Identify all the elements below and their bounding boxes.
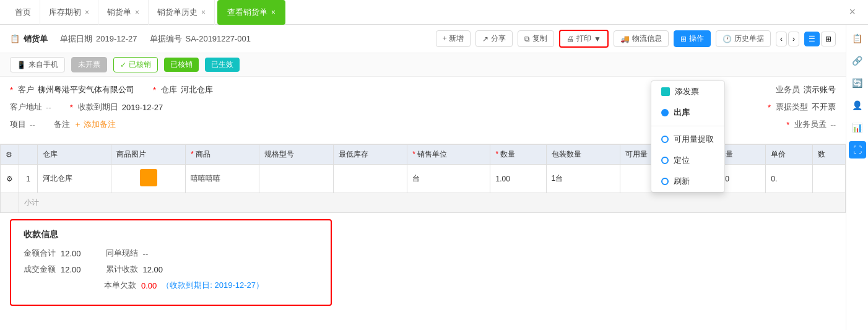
row-num: 1 — [19, 165, 38, 193]
staff-label: 业务员 — [776, 84, 800, 95]
tab-check-label: 查看销货单 — [227, 7, 267, 18]
th-warehouse: 仓库 — [38, 145, 111, 165]
dropdown-divider — [651, 126, 724, 126]
tab-sales-close[interactable]: × — [135, 8, 139, 17]
th-pkg: 包装数量 — [546, 145, 620, 165]
dropdown-out-warehouse[interactable]: 出库 — [651, 102, 724, 123]
add-button[interactable]: + 新增 — [436, 30, 471, 47]
cumulative-value: 12.00 — [143, 265, 163, 274]
due-date-field: * 收款到期日 2019-12-27 — [70, 102, 163, 113]
history-button[interactable]: 🕐 历史单据 — [716, 30, 771, 47]
dropdown-refresh[interactable]: 刷新 — [651, 171, 724, 192]
history-icon: 🕐 — [723, 35, 732, 43]
row-spec — [259, 165, 333, 193]
address-label: 客户地址 — [10, 102, 42, 113]
tab-sales-order[interactable]: 销货单 × — [98, 0, 149, 25]
doc-icon: 📋 — [10, 34, 20, 43]
due-note: （收款到期日: 2019-12-27） — [162, 280, 264, 291]
not-open-btn[interactable]: 未开票 — [71, 57, 107, 72]
available-qty-label: 可用量提取 — [674, 134, 714, 145]
due-item: 本单欠款 0.00 （收款到期日: 2019-12-27） — [104, 280, 264, 291]
logistics-icon: 🚚 — [620, 35, 630, 43]
tab-check-sales[interactable]: 查看销货单 × — [217, 0, 285, 25]
sidebar-link-icon[interactable]: 🔗 — [849, 52, 866, 69]
dropdown-add-invoice[interactable]: 添发票 — [651, 81, 724, 102]
sidebar-chart-icon[interactable]: 📊 — [849, 119, 866, 136]
print-button[interactable]: 🖨 打印 ▼ — [559, 30, 609, 48]
salesperson-required: * — [786, 120, 789, 129]
tab-check-close[interactable]: × — [271, 8, 276, 17]
payment-info-box: 收款信息 金额合计 12.00 同单现结 -- 成交金额 12.00 累计收款 — [10, 219, 332, 306]
from-phone-btn[interactable]: 📱 来自手机 — [10, 57, 65, 72]
warehouse-value[interactable]: 河北仓库 — [181, 84, 213, 95]
remark-field: 备注 ＋ 添加备注 — [54, 119, 116, 130]
customer-label: 客户 — [18, 84, 34, 95]
sidebar-user-icon[interactable]: 👤 — [849, 97, 866, 114]
project-value: -- — [30, 120, 35, 129]
plus-icon: ＋ — [74, 119, 82, 130]
deal-label: 成交金额 — [24, 264, 56, 275]
share-button[interactable]: ↗ 分享 — [475, 30, 513, 47]
grid-view-button[interactable]: ⊞ — [821, 32, 836, 46]
due-date-value[interactable]: 2019-12-27 — [122, 103, 163, 112]
project-label: 项目 — [10, 119, 26, 130]
tab-bar: 首页 库存期初 × 销货单 × 销货单历史 × 查看销货单 × × — [0, 0, 868, 25]
row-price: 0. — [766, 165, 812, 193]
tab-history-close[interactable]: × — [201, 8, 206, 17]
row-sales-unit: 台 — [407, 165, 490, 193]
refresh-icon — [661, 178, 669, 185]
salesperson-field: * 业务员孟 -- — [786, 119, 836, 130]
settle-value: -- — [143, 249, 149, 258]
th-gear[interactable]: ⚙ — [1, 145, 19, 165]
row-gear[interactable]: ⚙ — [1, 165, 19, 193]
add-note-btn[interactable]: ＋ 添加备注 — [74, 119, 116, 130]
prev-button[interactable]: ‹ — [776, 32, 787, 46]
th-image: 商品图片 — [111, 145, 185, 165]
sold-badge: 已核销 — [164, 58, 199, 72]
dropdown-locate[interactable]: 定位 — [651, 150, 724, 171]
tab-inventory-close[interactable]: × — [85, 8, 89, 17]
operations-button[interactable]: ⊞ 操作 — [674, 30, 711, 47]
list-view-button[interactable]: ☰ — [804, 32, 820, 46]
out-warehouse-label: 出库 — [674, 107, 690, 118]
share-label: 分享 — [491, 33, 506, 44]
window-close[interactable]: × — [843, 6, 862, 19]
total-value: 12.00 — [61, 249, 81, 258]
add-note-label: 添加备注 — [84, 119, 116, 130]
salesperson-label: 业务员孟 — [794, 119, 827, 130]
deal-item: 成交金额 12.00 — [24, 264, 81, 275]
th-price: 单价 — [766, 145, 812, 165]
out-warehouse-icon — [661, 109, 669, 116]
sidebar-sync-icon[interactable]: 🔄 — [849, 74, 866, 92]
dropdown-available-qty[interactable]: 可用量提取 — [651, 129, 724, 150]
tab-home[interactable]: 首页 — [6, 0, 40, 25]
copy-label: 复制 — [532, 33, 547, 44]
warehouse-required: * — [153, 85, 156, 95]
checked-btn[interactable]: ✓ 已核销 — [113, 57, 158, 72]
customer-value[interactable]: 柳州粤港平安气体有限公司 — [38, 84, 134, 95]
th-min-stock: 最低库存 — [333, 145, 407, 165]
warehouse-label: 仓库 — [161, 84, 177, 95]
row-image — [111, 165, 185, 193]
due-value: 0.00 — [141, 281, 157, 290]
staff-field: 业务员 演示账号 — [776, 84, 836, 95]
row-product[interactable]: 嘻嘻嘻嘻 — [185, 165, 259, 193]
status-row: 📱 来自手机 未开票 ✓ 已核销 已核销 已生效 — [0, 53, 846, 77]
sidebar-expand-icon[interactable]: ⛶ — [849, 141, 866, 158]
add-invoice-label: 添发票 — [675, 86, 699, 97]
tab-inventory-start[interactable]: 库存期初 × — [40, 0, 98, 25]
th-qty: * 数量 — [490, 145, 546, 165]
th-sales-unit: * 销售单位 — [407, 145, 490, 165]
next-button[interactable]: › — [788, 32, 799, 46]
sidebar-doc-icon[interactable]: 📋 — [849, 30, 866, 47]
payment-row-1: 金额合计 12.00 同单现结 -- — [24, 248, 318, 259]
tab-sales-history[interactable]: 销货单历史 × — [149, 0, 215, 25]
logistics-button[interactable]: 🚚 物流信息 — [614, 30, 669, 47]
subtotal-label: 小计 — [19, 193, 846, 213]
address-field: 客户地址 -- — [10, 102, 51, 113]
check-icon: ✓ — [120, 61, 126, 69]
doc-actions: + 新增 ↗ 分享 ⧉ 复制 🖨 打印 ▼ 🚚 物流信息 — [436, 30, 836, 48]
print-icon: 🖨 — [566, 35, 574, 43]
copy-button[interactable]: ⧉ 复制 — [518, 30, 554, 47]
from-phone-label: 来自手机 — [28, 59, 58, 70]
